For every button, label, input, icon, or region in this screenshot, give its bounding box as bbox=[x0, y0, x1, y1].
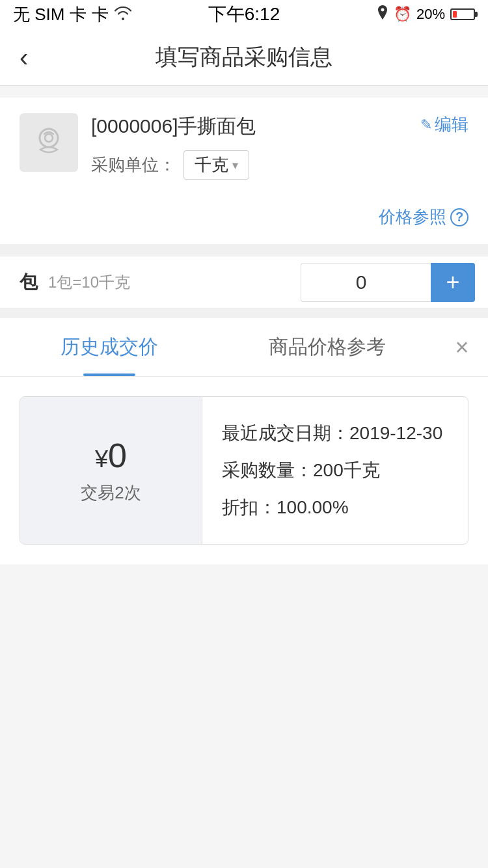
bag-icon: 包 bbox=[20, 270, 38, 295]
quantity-label-area: 包 1包=10千克 bbox=[0, 270, 301, 295]
product-name: [0000006]手撕面包 bbox=[91, 113, 420, 140]
product-header: [0000006]手撕面包 采购单位： 千克 ▾ ✎ 编辑 bbox=[20, 113, 468, 180]
battery-percent: 20% bbox=[416, 6, 445, 23]
edit-button[interactable]: ✎ 编辑 bbox=[420, 113, 468, 136]
price-trades: 交易2次 bbox=[81, 481, 141, 504]
quantity-input[interactable] bbox=[301, 263, 431, 302]
close-icon: × bbox=[455, 334, 468, 361]
carrier-text: 无 SIM 卡 bbox=[13, 3, 87, 26]
location-icon bbox=[377, 5, 388, 23]
nav-bar: ‹ 填写商品采购信息 bbox=[0, 29, 488, 86]
price-ref-button[interactable]: 价格参照 ? bbox=[379, 206, 468, 228]
tab-active-indicator bbox=[83, 373, 135, 376]
price-value: 0 bbox=[108, 437, 127, 474]
product-details: [0000006]手撕面包 采购单位： 千克 ▾ bbox=[91, 113, 420, 180]
purchase-qty-value: 200千克 bbox=[313, 460, 380, 480]
tab-history-label: 历史成交价 bbox=[61, 334, 158, 360]
status-right: ⏰ 20% bbox=[377, 5, 475, 23]
purchase-qty-label: 采购数量： bbox=[222, 460, 313, 480]
price-amount: ¥0 bbox=[95, 436, 127, 475]
recent-date-row: 最近成交日期：2019-12-30 bbox=[222, 420, 448, 446]
back-button[interactable]: ‹ bbox=[20, 44, 28, 70]
clock-icon: ⏰ bbox=[394, 6, 411, 23]
chevron-down-icon: ▾ bbox=[232, 158, 238, 172]
recent-date-label: 最近成交日期： bbox=[222, 423, 349, 443]
unit-select[interactable]: 千克 ▾ bbox=[183, 150, 249, 180]
quantity-input-area: + bbox=[301, 263, 488, 302]
main-content: [0000006]手撕面包 采购单位： 千克 ▾ ✎ 编辑 价格参照 bbox=[0, 98, 488, 868]
tab-bar: 历史成交价 商品价格参考 × bbox=[0, 318, 488, 377]
tab-price-ref[interactable]: 商品价格参考 bbox=[218, 318, 436, 376]
status-bar: 无 SIM 卡 卡 下午6:12 ⏰ 20% bbox=[0, 0, 488, 29]
recent-date-value: 2019-12-30 bbox=[349, 423, 442, 443]
product-info: [0000006]手撕面包 采购单位： 千克 ▾ bbox=[20, 113, 420, 180]
quantity-section: 包 1包=10千克 + bbox=[0, 256, 488, 308]
section-divider bbox=[0, 244, 488, 254]
discount-row: 折扣：100.00% bbox=[222, 495, 448, 520]
price-ref-label: 价格参照 bbox=[379, 206, 446, 228]
tab-price-ref-label: 商品价格参考 bbox=[269, 334, 386, 360]
edit-label: 编辑 bbox=[435, 113, 468, 136]
info-icon: ? bbox=[450, 208, 468, 226]
price-detail-section: 最近成交日期：2019-12-30 采购数量：200千克 折扣：100.00% bbox=[202, 397, 468, 544]
status-time: 下午6:12 bbox=[208, 2, 280, 27]
tab-section: 历史成交价 商品价格参考 × ¥0 交易2次 bbox=[0, 318, 488, 564]
discount-label: 折扣： bbox=[222, 497, 277, 517]
svg-point-1 bbox=[45, 134, 53, 142]
unit-label: 采购单位： bbox=[91, 154, 176, 176]
unit-value: 千克 bbox=[195, 154, 228, 176]
wifi-icon bbox=[114, 5, 132, 25]
yen-symbol: ¥ bbox=[95, 446, 108, 472]
tab-close-button[interactable]: × bbox=[436, 321, 488, 373]
battery-icon bbox=[450, 8, 475, 20]
price-card: ¥0 交易2次 最近成交日期：2019-12-30 采购数量：200千克 折扣：… bbox=[20, 396, 468, 545]
purchase-qty-row: 采购数量：200千克 bbox=[222, 457, 448, 483]
product-unit-row: 采购单位： 千克 ▾ bbox=[91, 150, 420, 180]
quantity-row: 包 1包=10千克 + bbox=[0, 256, 488, 308]
price-amount-section: ¥0 交易2次 bbox=[20, 397, 202, 544]
tab-history-price[interactable]: 历史成交价 bbox=[0, 318, 218, 376]
quantity-plus-button[interactable]: + bbox=[431, 263, 475, 302]
section-divider-2 bbox=[0, 308, 488, 318]
bag-unit-info: 1包=10千克 bbox=[48, 272, 130, 293]
product-card: [0000006]手撕面包 采购单位： 千克 ▾ ✎ 编辑 价格参照 bbox=[0, 98, 488, 244]
product-thumbnail bbox=[20, 113, 78, 172]
sim-card-icon: 卡 bbox=[92, 3, 109, 26]
edit-icon: ✎ bbox=[420, 116, 432, 133]
page-title: 填写商品采购信息 bbox=[156, 42, 332, 72]
price-info-area: ¥0 交易2次 最近成交日期：2019-12-30 采购数量：200千克 折扣：… bbox=[0, 377, 488, 564]
discount-value: 100.00% bbox=[277, 497, 349, 517]
status-left: 无 SIM 卡 卡 bbox=[13, 3, 132, 26]
product-bottom-row: 价格参照 ? bbox=[20, 193, 468, 228]
